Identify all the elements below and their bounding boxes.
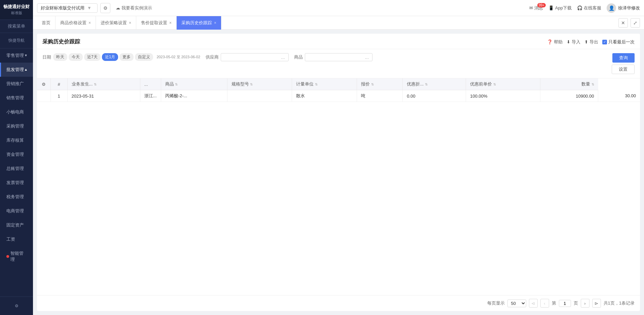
sidebar-item-fixed-assets[interactable]: 固定资产 xyxy=(0,218,33,232)
goods-input-wrap: ... xyxy=(305,53,373,61)
next-page-btn[interactable]: › xyxy=(581,299,589,308)
date-today-btn[interactable]: 今天 xyxy=(69,53,83,61)
sidebar-item-purchase[interactable]: 采购管理 xyxy=(0,119,33,133)
demo-link[interactable]: ☁ 我要看实例演示 xyxy=(113,4,155,12)
date-last7-btn[interactable]: 近7天 xyxy=(84,53,101,61)
tab-purchase-strategy[interactable]: 进价策略设置 × xyxy=(96,16,136,30)
col-unit[interactable]: 计量单位 ⇅ xyxy=(292,78,357,90)
row-spec xyxy=(227,90,292,102)
tab-price[interactable]: 商品价格设置 × xyxy=(56,16,96,30)
col-discount[interactable]: 优惠折... ⇅ xyxy=(403,78,466,90)
sort-icon: ⇅ xyxy=(94,82,97,86)
data-table: ⚙ # 业务发生... ⇅ ... 商品 ⇅ xyxy=(37,78,640,102)
row-pre-discount-price: 10900.00 xyxy=(540,90,598,102)
sidebar-item-wholesale[interactable]: 批发管理 ▲ xyxy=(0,63,33,77)
export-button[interactable]: ⬆ 导出 xyxy=(584,39,598,45)
app-subtitle: 标准版 xyxy=(11,10,22,15)
row-date: 2023-05-31 xyxy=(67,90,140,102)
sidebar-item-sales[interactable]: 销售管理 xyxy=(0,91,33,105)
help-button[interactable]: ❓ 帮助 xyxy=(547,39,563,45)
sidebar-item-general-ledger[interactable]: 总账管理 xyxy=(0,162,33,176)
row-quote-price: 0.00 xyxy=(403,90,466,102)
only-last-checkbox[interactable]: ✓ 只看最后一次 xyxy=(602,39,635,45)
tab-close-purchase-strategy[interactable]: × xyxy=(129,21,131,25)
goods-more-icon[interactable]: ... xyxy=(364,55,370,60)
date-custom-btn[interactable]: 自定义 xyxy=(135,53,153,61)
row-num: 1 xyxy=(50,90,67,102)
goods-input[interactable] xyxy=(308,55,364,60)
import-button[interactable]: ⬇ 导入 xyxy=(567,39,580,45)
row-gear[interactable] xyxy=(37,90,50,102)
settings-icon[interactable]: ⚙ xyxy=(0,301,33,311)
sort-icon-pre-discount: ⇅ xyxy=(493,82,496,86)
col-goods[interactable]: 商品 ⇅ xyxy=(161,78,227,90)
query-button[interactable]: 查询 xyxy=(612,53,635,63)
prev-page-btn[interactable]: ‹ xyxy=(540,299,549,308)
product-name: 好业财标准版交付试用 xyxy=(41,5,84,11)
supplier-input[interactable] xyxy=(224,55,280,60)
close-window-button[interactable]: ✕ xyxy=(618,18,628,28)
tab-sale-price[interactable]: 售价提取设置 × xyxy=(136,16,177,30)
supplier-more-icon[interactable]: ... xyxy=(280,55,286,60)
app-download-label: App下载 xyxy=(555,5,572,11)
sidebar-logo: 畅捷通好业财 标准版 xyxy=(0,0,33,20)
sidebar-item-invoice[interactable]: 发票管理 xyxy=(0,176,33,190)
date-last1m-btn[interactable]: 近1月 xyxy=(102,53,118,61)
sort-icon-spec: ⇅ xyxy=(250,82,253,86)
sidebar-item-payroll[interactable]: 工资 xyxy=(0,232,33,246)
col-dots[interactable]: ... xyxy=(140,78,161,90)
sidebar-item-tax[interactable]: 税务管理 xyxy=(0,190,33,204)
col-num: # xyxy=(50,78,67,90)
last-page-btn[interactable]: ⊳ xyxy=(592,299,601,308)
app-title: 畅捷通好业财 xyxy=(3,4,30,10)
date-more-btn[interactable]: 更多 xyxy=(119,53,134,61)
sidebar-item-smart-mgmt[interactable]: 智能管理 xyxy=(0,246,33,267)
online-service-label: 在线客服 xyxy=(584,5,601,11)
row-supplier: 浙江... xyxy=(140,90,161,102)
sidebar-item-inventory[interactable]: 库存核算 xyxy=(0,133,33,147)
tab-history-price[interactable]: 采购历史价跟踪 × xyxy=(177,16,221,30)
filter-settings-button[interactable]: 设置 xyxy=(612,65,635,74)
sort-icon-unit: ⇅ xyxy=(315,82,318,86)
col-spec[interactable]: 规格型号 ⇅ xyxy=(227,78,292,90)
row-quantity: 30.00 xyxy=(598,90,640,102)
sidebar-item-retail[interactable]: 零售管理 ▼ xyxy=(0,48,33,63)
filter-date-group: 日期 昨天 今天 近7天 近1月 更多 自定义 2023-05-02 至 202… xyxy=(42,53,200,61)
date-yesterday-btn[interactable]: 昨天 xyxy=(53,53,67,61)
expand-window-button[interactable]: ⤢ xyxy=(631,18,640,28)
message-button[interactable]: ✉ 消息 99+ xyxy=(529,5,543,11)
demo-label: 我要看实例演示 xyxy=(121,5,152,11)
per-page-select[interactable]: 50 10 20 100 xyxy=(507,300,526,307)
sidebar-quicknav-item[interactable]: 快捷导航 xyxy=(0,35,33,46)
first-page-btn[interactable]: ⊲ xyxy=(529,299,538,308)
col-gear[interactable]: ⚙ xyxy=(37,78,50,90)
product-select[interactable]: 好业财标准版交付试用 ▼ xyxy=(37,3,98,13)
tab-home[interactable]: 首页 xyxy=(37,16,56,30)
import-icon: ⬇ xyxy=(567,39,570,44)
tab-close-history-price[interactable]: × xyxy=(214,21,216,25)
page-unit: 页 xyxy=(574,300,578,306)
sidebar-search[interactable]: 搜索菜单 xyxy=(0,20,33,33)
user-menu[interactable]: 👤 徐泽华修改 xyxy=(607,3,640,13)
online-service-button[interactable]: 🎧 在线客服 xyxy=(577,5,601,11)
sidebar-item-ecommerce-light[interactable]: 小畅电商 xyxy=(0,105,33,119)
col-quantity[interactable]: 数量 ⇅ xyxy=(540,78,598,90)
tab-close-price[interactable]: × xyxy=(88,21,91,25)
tabbar-actions: ✕ ⤢ xyxy=(618,18,640,28)
sidebar-item-ecommerce[interactable]: 电商管理 xyxy=(0,204,33,218)
sidebar-item-finance[interactable]: 资金管理 xyxy=(0,147,33,162)
sidebar-menu: 零售管理 ▼ 批发管理 ▲ 营销推广 销售管理 小畅电商 采购管理 库存核算 资… xyxy=(0,48,33,296)
sidebar-item-marketing[interactable]: 营销推广 xyxy=(0,77,33,91)
sidebar-quicknav[interactable]: 快捷导航 xyxy=(0,33,33,48)
col-price[interactable]: 报价 ⇅ xyxy=(357,78,403,90)
gear-icon[interactable]: ⚙ xyxy=(100,3,110,13)
col-pre-discount-price[interactable]: 优惠前单价 ⇅ xyxy=(466,78,540,90)
filter-bar: 日期 昨天 今天 近7天 近1月 更多 自定义 2023-05-02 至 202… xyxy=(37,49,640,78)
table-wrap: ⚙ # 业务发生... ⇅ ... 商品 ⇅ xyxy=(37,78,640,295)
chevron-down-icon: ▼ xyxy=(87,5,92,10)
date-options: 昨天 今天 近7天 近1月 更多 自定义 xyxy=(53,53,153,61)
tab-close-sale-price[interactable]: × xyxy=(169,21,172,25)
col-date[interactable]: 业务发生... ⇅ xyxy=(67,78,140,90)
app-download-button[interactable]: 📱 App下载 xyxy=(548,5,572,11)
page-input[interactable] xyxy=(559,300,571,307)
